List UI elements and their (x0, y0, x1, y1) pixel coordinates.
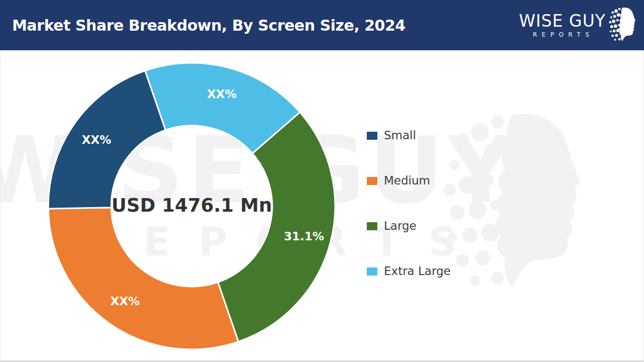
page: Market Share Breakdown, By Screen Size, … (0, 0, 644, 362)
donut-segment-large (218, 112, 335, 341)
slice-label-large: 31.1% (284, 230, 324, 243)
chart-area: WISE GUY REPORTS XX%31.1%XX%XX% USD 1476… (0, 50, 644, 362)
chart-legend: SmallMediumLargeExtra Large (367, 128, 451, 279)
legend-label-extra-large: Extra Large (384, 264, 451, 279)
legend-swatch-small (367, 132, 377, 140)
legend-item-small: Small (367, 128, 451, 143)
legend-item-medium: Medium (367, 173, 451, 188)
legend-label-medium: Medium (384, 174, 430, 188)
slice-label-small: XX% (82, 133, 112, 146)
legend-label-small: Small (384, 129, 416, 143)
header: Market Share Breakdown, By Screen Size, … (0, 0, 644, 50)
slice-label-medium: XX% (110, 295, 140, 308)
slice-label-extra-large: XX% (207, 87, 237, 101)
brand-logo: WISE GUY REPORTS (519, 5, 637, 46)
page-title: Market Share Breakdown, By Screen Size, … (12, 17, 406, 34)
legend-item-large: Large (367, 219, 451, 233)
legend-label-large: Large (384, 219, 417, 233)
legend-swatch-extra-large (367, 267, 377, 276)
brand-subtitle: REPORTS (519, 32, 606, 38)
chart-center-value: USD 1476.1 Mn (111, 195, 272, 216)
brand-face-icon (608, 5, 637, 46)
legend-swatch-medium (367, 177, 377, 185)
donut-segment-medium (48, 208, 238, 349)
legend-swatch-large (367, 222, 377, 230)
brand-name: WISE GUY (519, 13, 606, 29)
donut-chart: XX%31.1%XX%XX% (1, 50, 644, 362)
brand-logo-text: WISE GUY REPORTS (519, 13, 606, 38)
legend-item-extra-large: Extra Large (367, 264, 451, 279)
